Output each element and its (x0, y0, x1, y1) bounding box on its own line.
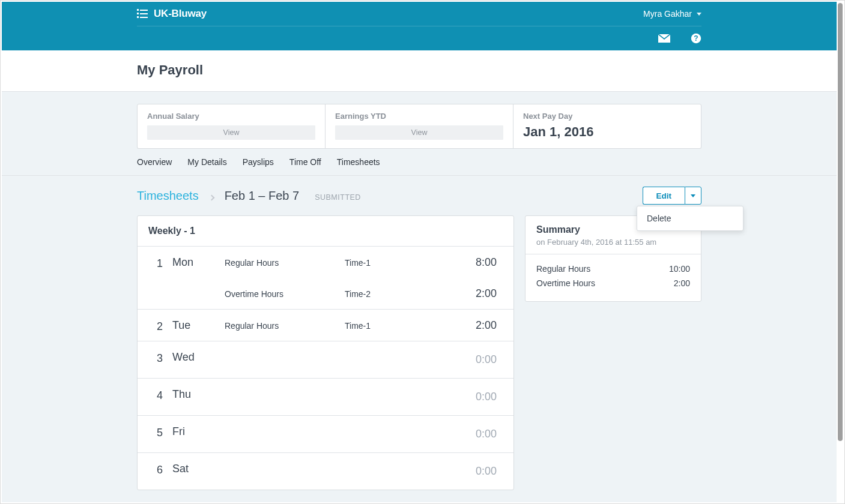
entry-label: Time-1 (345, 258, 459, 268)
help-icon[interactable]: ? (691, 33, 701, 44)
entry-type: Regular Hours (225, 258, 345, 268)
entry-value: 0:00 (476, 353, 513, 366)
timesheet-actions: Edit Delete (643, 187, 702, 205)
day-number: 2 (138, 310, 168, 341)
day-number: 5 (138, 416, 168, 452)
scrollbar[interactable] (837, 2, 843, 502)
summary-row: Overtime Hours2:00 (536, 276, 690, 290)
day-number: 6 (138, 453, 168, 490)
day-entries: 0:00 (225, 453, 513, 490)
card-annual-salary: Annual Salary View (138, 104, 326, 148)
breadcrumb: Timesheets Feb 1 – Feb 7 SUBMITTED Edit … (137, 176, 701, 215)
day-name: Thu (168, 379, 225, 415)
day-row: 6Sat0:00 (138, 452, 513, 490)
time-entry-empty: 0:00 (225, 453, 513, 490)
button-label: Edit (656, 191, 672, 200)
next-pay-day-value: Jan 1, 2016 (523, 124, 691, 140)
day-name: Fri (168, 416, 225, 452)
time-entry-empty: 0:00 (225, 341, 513, 378)
actions-dropdown: Delete (637, 206, 744, 231)
tab-overview[interactable]: Overview (137, 157, 172, 167)
chevron-right-icon (208, 194, 214, 200)
time-entry-empty: 0:00 (225, 379, 513, 415)
day-row: 2TueRegular HoursTime-12:00 (138, 309, 513, 341)
time-entry-empty: 0:00 (225, 416, 513, 452)
tab-timesheets[interactable]: Timesheets (337, 157, 380, 167)
entry-value: 0:00 (476, 428, 513, 440)
day-number: 3 (138, 341, 168, 378)
day-entries: Regular HoursTime-12:00 (225, 310, 513, 341)
svg-text:?: ? (694, 34, 698, 43)
user-name: Myra Gakhar (643, 9, 692, 19)
button-label: View (411, 128, 428, 137)
entry-type: Regular Hours (225, 321, 345, 331)
card-label: Annual Salary (147, 112, 315, 121)
day-number: 1 (138, 247, 168, 309)
timesheet-title: Weekly - 1 (138, 216, 513, 246)
status-badge: SUBMITTED (315, 193, 361, 202)
day-entries: Regular HoursTime-18:00Overtime HoursTim… (225, 247, 513, 309)
summary-key: Regular Hours (536, 264, 590, 274)
chevron-down-icon (691, 194, 695, 197)
day-entries: 0:00 (225, 341, 513, 378)
tab-my-details[interactable]: My Details (187, 157, 226, 167)
entry-label: Time-2 (345, 289, 459, 299)
card-next-pay-day: Next Pay Day Jan 1, 2016 (513, 104, 701, 148)
day-name: Sat (168, 453, 225, 490)
summary-row: Regular Hours10:00 (536, 262, 690, 276)
entry-type: Overtime Hours (225, 289, 345, 299)
summary-subtitle: on February 4th, 2016 at 11:55 am (525, 238, 701, 254)
time-entry: Regular HoursTime-12:00 (225, 310, 513, 341)
entry-value: 2:00 (476, 319, 513, 332)
summary-value: 10:00 (669, 264, 690, 274)
edit-button[interactable]: Edit (643, 187, 685, 205)
summary-cards: Annual Salary View Earnings YTD View Nex… (137, 104, 701, 149)
time-entry: Overtime HoursTime-22:00 (225, 278, 513, 309)
delete-action[interactable]: Delete (637, 209, 743, 228)
day-row: 1MonRegular HoursTime-18:00Overtime Hour… (138, 246, 513, 309)
entry-value: 0:00 (476, 391, 513, 403)
summary-value: 2:00 (674, 278, 690, 288)
breadcrumb-link-timesheets[interactable]: Timesheets (137, 189, 199, 203)
day-name: Tue (168, 310, 225, 341)
timesheet-panel: Weekly - 1 1MonRegular HoursTime-18:00Ov… (137, 215, 514, 490)
time-entry: Regular HoursTime-18:00 (225, 247, 513, 278)
actions-dropdown-toggle[interactable] (685, 187, 701, 205)
list-icon (137, 10, 148, 18)
button-label: View (223, 128, 240, 137)
day-name: Mon (168, 247, 225, 309)
topbar: UK-Bluway Myra Gakhar (2, 2, 837, 50)
entry-value: 2:00 (476, 287, 513, 300)
day-entries: 0:00 (225, 416, 513, 452)
org-name: UK-Bluway (154, 8, 207, 20)
page-title-bar: My Payroll (2, 50, 837, 92)
org-switcher[interactable]: UK-Bluway (137, 8, 207, 20)
mail-icon[interactable] (658, 34, 670, 43)
entry-value: 8:00 (476, 256, 513, 269)
breadcrumb-range: Feb 1 – Feb 7 (225, 189, 300, 203)
entry-label: Time-1 (345, 321, 459, 331)
day-entries: 0:00 (225, 379, 513, 415)
day-row: 4Thu0:00 (138, 378, 513, 415)
entry-value: 0:00 (476, 465, 513, 478)
summary-key: Overtime Hours (536, 278, 595, 288)
scrollbar-thumb[interactable] (838, 3, 843, 441)
page-title: My Payroll (137, 62, 701, 78)
card-earnings-ytd: Earnings YTD View (326, 104, 513, 148)
day-row: 5Fri0:00 (138, 415, 513, 452)
view-earnings-ytd-button[interactable]: View (335, 125, 503, 140)
tab-time-off[interactable]: Time Off (289, 157, 321, 167)
sub-nav: Overview My Details Payslips Time Off Ti… (137, 157, 701, 167)
day-number: 4 (138, 379, 168, 415)
card-label: Next Pay Day (523, 112, 691, 121)
day-row: 3Wed0:00 (138, 341, 513, 378)
chevron-down-icon (697, 13, 701, 16)
view-annual-salary-button[interactable]: View (147, 125, 315, 140)
card-label: Earnings YTD (335, 112, 503, 121)
tab-payslips[interactable]: Payslips (243, 157, 274, 167)
user-menu[interactable]: Myra Gakhar (643, 9, 701, 19)
day-name: Wed (168, 341, 225, 378)
